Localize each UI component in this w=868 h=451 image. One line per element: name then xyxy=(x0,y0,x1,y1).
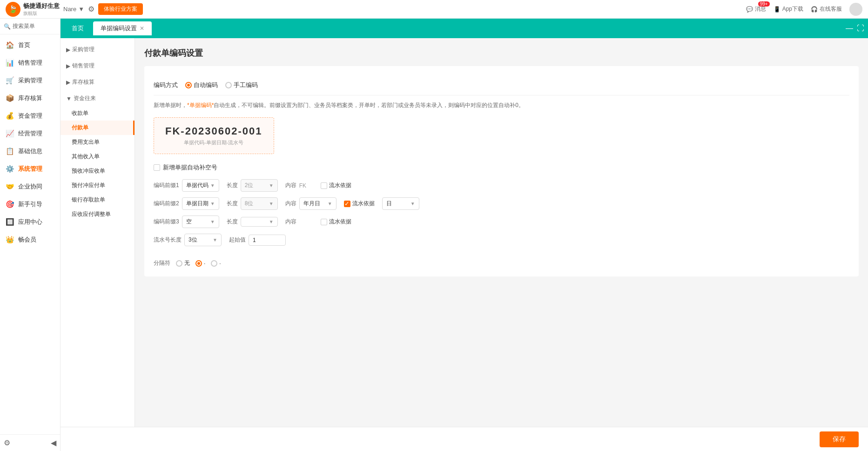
sidebar-item-label: 采购管理 xyxy=(18,76,42,85)
sub-nav-item-expenses[interactable]: 费用支出单 xyxy=(61,135,135,149)
sidebar-item-label: 应用中心 xyxy=(18,218,42,226)
sub-nav-item-other-income[interactable]: 其他收入单 xyxy=(61,149,135,164)
sidebar-item-guide[interactable]: 🎯 新手引导 xyxy=(0,195,60,213)
length1-select: 2位 ▼ xyxy=(241,179,278,192)
form-row-3: 编码前缀3 空 ▼ 长度 ▼ xyxy=(154,215,849,228)
tab-home[interactable]: 首页 xyxy=(64,21,91,35)
sidebar-item-purchase[interactable]: 🛒 采购管理 xyxy=(0,72,60,89)
content1-value: FK xyxy=(299,182,313,189)
group-label: 库存核算 xyxy=(72,78,94,86)
sub-nav-group-title-fund[interactable]: ▼ 资金往来 xyxy=(61,91,135,106)
serial-length-label: 流水号长度 xyxy=(154,236,182,244)
maximize-icon[interactable]: ⛶ xyxy=(857,24,864,33)
service-item[interactable]: 🎧 在线客服 xyxy=(811,5,842,13)
sub-nav-item-receipts[interactable]: 收款单 xyxy=(61,106,135,121)
company-selector[interactable]: Nare ▼ xyxy=(63,6,84,13)
sidebar-item-operation[interactable]: 📈 经营管理 xyxy=(0,125,60,142)
sidebar-item-finance[interactable]: 💰 资金管理 xyxy=(0,107,60,125)
serial-length-row: 流水号长度 3位 ▼ 起始值 xyxy=(154,234,849,246)
serial3-checkbox[interactable] xyxy=(321,219,327,225)
sidebar-item-system[interactable]: ⚙️ 系统管理 xyxy=(0,160,60,178)
sub-nav-group-title-inventory[interactable]: ▶ 库存核算 xyxy=(61,74,135,90)
sidebar-item-basic[interactable]: 📋 基础信息 xyxy=(0,142,60,160)
sub-nav-group-title-purchase[interactable]: ▶ 采购管理 xyxy=(61,42,135,57)
sub-nav-item-prepay-recv[interactable]: 预收冲应收单 xyxy=(61,164,135,178)
prefix1-select[interactable]: 单据代码 ▼ xyxy=(182,179,219,192)
appstore-icon: 🔲 xyxy=(6,218,14,226)
prefix3-field: 编码前缀3 空 ▼ xyxy=(154,215,219,228)
corp-icon: 🤝 xyxy=(6,182,14,191)
length2-select: 8位 ▼ xyxy=(241,197,278,210)
radio-manual[interactable]: 手工编码 xyxy=(225,81,258,89)
sub-nav-item-payments[interactable]: 付款单 xyxy=(61,121,135,135)
tab-serial[interactable]: 单据编码设置 ✕ xyxy=(93,21,152,35)
start-value-field: 起始值 xyxy=(229,235,286,246)
sidebar-item-inventory[interactable]: 📦 库存核算 xyxy=(0,89,60,107)
top-bar-left: 🍃 畅捷通好生意 旗舰版 Nare ▼ ⚙ 体验行业方案 xyxy=(6,2,143,17)
industry-btn[interactable]: 体验行业方案 xyxy=(98,3,143,15)
avatar[interactable] xyxy=(849,3,862,16)
app-download-item[interactable]: 📱 App下载 xyxy=(774,5,803,13)
inventory-icon: 📦 xyxy=(6,94,14,102)
sidebar-item-member[interactable]: 👑 畅会员 xyxy=(0,231,60,249)
serial-length-select[interactable]: 3位 ▼ xyxy=(184,234,222,246)
inner-layout: ▶ 采购管理 ▶ 销售管理 ▶ 库存核算 xyxy=(61,38,868,427)
prefix2-label: 编码前缀2 xyxy=(154,200,179,208)
sub-nav-group-title-sales[interactable]: ▶ 销售管理 xyxy=(61,58,135,74)
prefix2-select[interactable]: 单据日期 ▼ xyxy=(182,197,219,210)
prefix1-label: 编码前缀1 xyxy=(154,182,179,189)
sidebar-search[interactable]: 🔍 搜索菜单 xyxy=(0,19,60,34)
length3-select[interactable]: ▼ xyxy=(241,217,278,227)
sub-nav-item-prepay-pay[interactable]: 预付冲应付单 xyxy=(61,178,135,193)
content3-label: 内容 xyxy=(285,218,296,226)
sub-nav-group-fund: ▼ 资金往来 收款单 付款单 费用支出单 其他收入单 预收冲应收单 预付冲应付单… xyxy=(61,91,135,222)
auto-fill-checkbox[interactable] xyxy=(154,164,160,171)
brand-title: 畅捷通好生意 xyxy=(23,2,60,10)
code-preview: FK-20230602-001 单据代码-单据日期-流水号 xyxy=(154,117,274,154)
content1-label: 内容 xyxy=(285,182,296,189)
guide-icon: 🎯 xyxy=(6,200,14,209)
sep-dot2-label: · xyxy=(219,260,221,267)
sidebar-item-home[interactable]: 🏠 首页 xyxy=(0,36,60,54)
collapse-icon[interactable]: ◀ xyxy=(51,438,56,447)
main-content: 付款单编码设置 编码方式 自动编码 手工编码 xyxy=(135,38,868,427)
start-value-input[interactable] xyxy=(249,235,286,246)
settings-bottom-icon[interactable]: ⚙ xyxy=(4,438,10,447)
tab-close-icon[interactable]: ✕ xyxy=(140,25,144,32)
brand-text: 畅捷通好生意 旗舰版 xyxy=(23,2,60,17)
save-button[interactable]: 保存 xyxy=(820,431,859,447)
radio-auto[interactable]: 自动编码 xyxy=(185,81,218,89)
sub-nav-item-adjust[interactable]: 应收应付调整单 xyxy=(61,207,135,222)
separator-none[interactable]: 无 xyxy=(176,259,190,267)
length2-arrow-icon: ▼ xyxy=(269,201,274,206)
encoding-method: 编码方式 自动编码 手工编码 xyxy=(154,75,849,95)
form-row-2: 编码前缀2 单据日期 ▼ 长度 8位 ▼ xyxy=(154,197,849,210)
settings-icon[interactable]: ⚙ xyxy=(88,5,94,13)
message-item[interactable]: 💬 消息 99+ xyxy=(746,5,766,13)
separator-dot2[interactable]: · xyxy=(211,260,221,267)
encoding-label: 编码方式 xyxy=(154,81,178,89)
chevron-right-icon: ▶ xyxy=(66,47,70,53)
prefix3-select[interactable]: 空 ▼ xyxy=(182,215,219,228)
content2-select[interactable]: 年月日 ▼ xyxy=(299,197,336,210)
sub-nav-group-purchase: ▶ 采购管理 xyxy=(61,42,135,57)
radio-group: 自动编码 手工编码 xyxy=(185,81,258,89)
minimize-icon[interactable]: — xyxy=(846,24,853,33)
sidebar-item-sales[interactable]: 📊 销售管理 xyxy=(0,54,60,72)
sep-none-circle xyxy=(176,260,182,267)
prefix2-value: 单据日期 xyxy=(186,200,209,208)
sidebar-item-corp[interactable]: 🤝 企业协同 xyxy=(0,178,60,195)
sub-nav-item-bank[interactable]: 银行存取款单 xyxy=(61,193,135,207)
basic-icon: 📋 xyxy=(6,147,14,155)
radio-auto-label: 自动编码 xyxy=(194,81,218,89)
serial2-checkbox[interactable]: ✓ xyxy=(344,201,350,207)
sidebar-item-appstore[interactable]: 🔲 应用中心 xyxy=(0,213,60,231)
service-icon: 🎧 xyxy=(811,6,818,13)
separator-dot[interactable]: · xyxy=(195,260,205,267)
length2-field: 长度 8位 ▼ xyxy=(227,197,278,210)
serial-period-select[interactable]: 日 ▼ xyxy=(382,197,419,210)
serial1-checkbox[interactable] xyxy=(321,182,327,189)
prefix3-label: 编码前缀3 xyxy=(154,218,179,226)
service-label: 在线客服 xyxy=(820,5,842,13)
radio-auto-circle xyxy=(185,82,192,88)
